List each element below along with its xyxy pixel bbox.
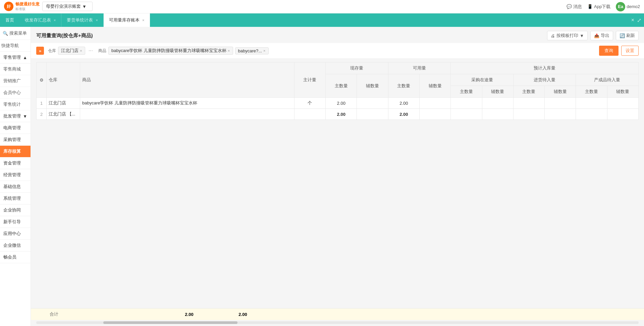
gear-icon[interactable]: ⚙ xyxy=(40,78,44,83)
sidebar-group-purchase[interactable]: 采购管理 xyxy=(0,134,31,146)
th-current-stock: 现存量 xyxy=(326,62,388,74)
nav-spacer xyxy=(150,13,628,27)
refresh-btn[interactable]: 🔄 刷新 xyxy=(616,31,639,40)
print-icon: 🖨 xyxy=(551,33,555,38)
sidebar-item-inventory-label: 库存核算 xyxy=(3,149,21,154)
sidebar-group-enterprise[interactable]: 企业协同 xyxy=(0,204,31,216)
tab-available-stock[interactable]: 可用量库存账本 × xyxy=(104,13,150,27)
scroll-thumb[interactable] xyxy=(103,321,237,324)
home-label: 首页 xyxy=(5,17,14,23)
tab-available-stock-close[interactable]: × xyxy=(142,18,144,22)
product-filter-tag-2[interactable]: babycare?... × xyxy=(235,47,269,54)
logo-area: 好 畅捷通好生意 标准版 xyxy=(4,2,40,11)
user-profile[interactable]: Ea demo2 xyxy=(616,2,640,11)
row-2-avail-sub xyxy=(419,109,450,120)
row-2-purchase-main xyxy=(451,109,482,120)
th-prod-sub: 辅数量 xyxy=(607,86,638,98)
tab-order-stats-label: 要货单统计表 xyxy=(67,17,93,23)
sidebar-group-wechat[interactable]: 企业微信 xyxy=(0,240,31,251)
scroll-track xyxy=(36,321,639,324)
warehouse-filter-value: 江北门店 xyxy=(61,48,78,54)
sidebar-group-finance[interactable]: 资金管理 xyxy=(0,157,31,169)
product-filter-remove-1[interactable]: × xyxy=(228,49,230,53)
sidebar-quick-nav[interactable]: 快捷导航 xyxy=(0,40,31,52)
sidebar-group-new-guide[interactable]: 新手引导 xyxy=(0,216,31,228)
th-product: 商品 xyxy=(80,62,294,98)
sidebar-item-retail-stats[interactable]: 零售统计 xyxy=(0,99,31,110)
setting-btn-label: 设置 xyxy=(626,48,634,53)
sidebar-group-ecommerce[interactable]: 电商管理 xyxy=(0,122,31,134)
product-filter-remove-2[interactable]: × xyxy=(263,49,265,53)
app-download-label: App下载 xyxy=(594,4,610,10)
sidebar-group-system[interactable]: 系统管理 xyxy=(0,193,31,204)
row-1-purchase-main xyxy=(451,98,482,109)
sidebar-item-inventory[interactable]: 库存核算 xyxy=(0,146,31,157)
filter-bar: » 仓库 江北门店 × ··· 商品 babycare学饮杯 儿童防摔防撞吸管杯… xyxy=(31,43,644,59)
quick-nav-label: 快捷导航 xyxy=(1,43,19,49)
row-1-unit: 个 xyxy=(294,98,325,109)
summary-label: 合计 xyxy=(36,311,58,317)
top-bar: 好 畅捷通好生意 标准版 母婴行业演示账套 ▼ 💬 消息 📱 App下载 Ea … xyxy=(0,0,644,13)
row-2-unit xyxy=(294,109,325,120)
sidebar-group-basic-info[interactable]: 基础信息 xyxy=(0,181,31,193)
row-2-num: 2 xyxy=(37,109,47,120)
sidebar-group-operations[interactable]: 经营管理 xyxy=(0,169,31,181)
row-1-warehouse: 江北门店 xyxy=(47,98,80,109)
chevron-down-icon: ▼ xyxy=(82,4,87,9)
tab-receive-summary[interactable]: 收发存汇总表 × xyxy=(19,13,61,27)
sidebar-group-wholesale[interactable]: 批发管理 ▼ xyxy=(0,110,31,122)
sidebar-group-retail[interactable]: 零售管理 ▲ xyxy=(0,52,31,63)
industry-label: 母婴行业演示账套 xyxy=(46,3,81,9)
avatar-text: Ea xyxy=(618,4,623,9)
sidebar-group-vip[interactable]: 畅会员 xyxy=(0,251,31,263)
query-btn-label: 查询 xyxy=(604,48,613,53)
close-window-icon[interactable]: × xyxy=(631,17,634,23)
main-layout: 🔍 搜索菜单 快捷导航 零售管理 ▲ 零售商城 营销推广 会员中心 零售统计 批… xyxy=(0,27,644,326)
tab-receive-summary-label: 收发存汇总表 xyxy=(25,17,51,23)
sidebar-group-basic-info-label: 基础信息 xyxy=(3,184,21,190)
th-planned-inbound: 预计入库量 xyxy=(451,62,639,74)
filter-toggle-btn[interactable]: » xyxy=(36,47,44,55)
table-row: 2 江北门店 【... 2.00 2.00 xyxy=(37,109,639,120)
sidebar-item-retail-mall[interactable]: 零售商城 xyxy=(0,63,31,75)
warehouse-filter-dots[interactable]: ··· xyxy=(87,48,94,54)
print-chevron-icon: ▼ xyxy=(580,33,584,38)
tab-order-stats[interactable]: 要货单统计表 × xyxy=(61,13,103,27)
chevron-down-icon: ▼ xyxy=(23,114,27,119)
row-2-incoming-sub xyxy=(545,109,576,120)
th-warehouse: 仓库 xyxy=(47,62,80,98)
message-btn[interactable]: 💬 消息 xyxy=(567,4,582,10)
sidebar-item-marketing[interactable]: 营销推广 xyxy=(0,75,31,87)
product-filter-label: 商品 xyxy=(98,48,106,54)
sidebar-item-member-center[interactable]: 会员中心 xyxy=(0,87,31,99)
expand-window-icon[interactable]: ⤢ xyxy=(637,17,641,24)
export-label: 导出 xyxy=(601,33,609,39)
th-production-incoming: 产成品待入量 xyxy=(576,74,639,86)
query-btn[interactable]: 查询 xyxy=(599,46,619,56)
sidebar-search[interactable]: 🔍 搜索菜单 xyxy=(0,27,31,40)
export-btn[interactable]: 📤 导出 xyxy=(590,31,613,40)
row-1-prod-main xyxy=(576,98,607,109)
tab-home[interactable]: 首页 xyxy=(0,13,19,27)
refresh-label: 刷新 xyxy=(626,33,635,39)
th-incoming: 进货待入量 xyxy=(513,74,576,86)
sidebar-group-new-guide-label: 新手引导 xyxy=(3,219,21,225)
th-available: 可用量 xyxy=(388,62,451,74)
app-download-btn[interactable]: 📱 App下载 xyxy=(587,4,610,10)
warehouse-filter-tag[interactable]: 江北门店 × xyxy=(58,47,85,55)
tab-order-stats-close[interactable]: × xyxy=(96,18,98,22)
setting-btn[interactable]: 设置 xyxy=(621,46,639,56)
th-unit: 主计量 xyxy=(294,62,325,98)
print-btn[interactable]: 🖨 按模板打印 ▼ xyxy=(547,31,588,40)
product-filter-tag-1[interactable]: babycare学饮杯 儿童防摔防撞吸管杯重力球吸嘴杯宝宝水杯 × xyxy=(108,47,233,55)
tab-receive-summary-close[interactable]: × xyxy=(54,18,56,22)
app-icon: 📱 xyxy=(587,4,593,9)
sidebar-group-app-center[interactable]: 应用中心 xyxy=(0,228,31,240)
row-1-stock-sub xyxy=(357,98,388,109)
industry-selector[interactable]: 母婴行业演示账套 ▼ xyxy=(42,2,93,11)
sidebar-group-vip-label: 畅会员 xyxy=(3,254,16,260)
row-1-purchase-sub xyxy=(482,98,513,109)
warehouse-filter-remove[interactable]: × xyxy=(80,49,82,53)
row-1-incoming-main xyxy=(513,98,544,109)
row-1-incoming-sub xyxy=(545,98,576,109)
